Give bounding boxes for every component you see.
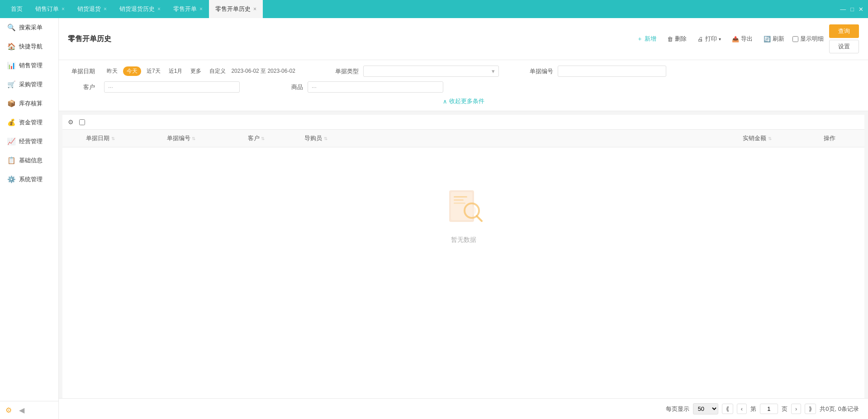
tab-retail-open-history-close[interactable]: ×	[253, 6, 256, 12]
sidebar-item-basic-info-label: 基础信息	[19, 156, 43, 165]
goods-select[interactable]: ···	[308, 81, 443, 93]
inventory-icon: 📦	[7, 99, 15, 108]
tab-retail-open-history-label: 零售开单历史	[215, 5, 251, 13]
page-number-input[interactable]	[760, 404, 778, 414]
shortcut-custom[interactable]: 自定义	[207, 66, 228, 76]
th-action: 操作	[818, 130, 864, 147]
add-button[interactable]: ＋ 新增	[634, 33, 659, 45]
filter-row-1: 单据日期 昨天 今天 近7天 近1月 更多 自定义 2023-06-02 至 2…	[68, 66, 859, 77]
last-page-button[interactable]: ⟫	[805, 404, 816, 414]
sales-icon: 📊	[7, 61, 15, 70]
display-toggle-checkbox[interactable]	[792, 36, 798, 42]
purchase-icon: 🛒	[7, 80, 15, 89]
per-page-select[interactable]: 50 10 20 100	[693, 403, 718, 414]
svg-rect-2	[454, 196, 467, 198]
window-controls: — □ ✕	[840, 6, 863, 13]
search-icon: 🔍	[7, 24, 15, 32]
export-label: 导出	[741, 35, 753, 43]
th-salesperson-sort: ⇅	[324, 136, 327, 141]
tab-retail-open-close[interactable]: ×	[199, 6, 203, 12]
sidebar-item-operations[interactable]: 📈 经营管理	[0, 132, 58, 151]
export-button[interactable]: 📤 导出	[729, 33, 755, 45]
next-page-button[interactable]: ›	[791, 404, 801, 414]
tab-sales-return-close[interactable]: ×	[104, 6, 107, 12]
sidebar-item-inventory[interactable]: 📦 库存核算	[0, 94, 58, 113]
collapse-sidebar-icon[interactable]: ◀	[19, 406, 24, 414]
th-date[interactable]: 单据日期 ⇅	[81, 130, 161, 147]
select-all-checkbox[interactable]	[79, 119, 85, 125]
tab-sales-return-history[interactable]: 销货退货历史 ×	[113, 0, 167, 18]
bill-type-dropdown-icon: ▾	[492, 68, 495, 75]
sidebar-item-basic-info[interactable]: 📋 基础信息	[0, 151, 58, 170]
tab-retail-open-history[interactable]: 零售开单历史 ×	[209, 0, 263, 18]
th-number-sort: ⇅	[192, 136, 195, 141]
print-dropdown-icon: ▾	[719, 37, 721, 42]
shortcut-yesterday[interactable]: 昨天	[104, 66, 120, 76]
query-button[interactable]: 查询	[829, 24, 859, 38]
customer-select[interactable]: ···	[104, 81, 240, 93]
th-amount-sort: ⇅	[768, 136, 772, 141]
sidebar-item-quick-nav[interactable]: 🏠 快捷导航	[0, 37, 58, 56]
pagination: 每页显示 50 10 20 100 ⟪ ‹ 第 页 › ⟫ 共0页, 0条记录	[59, 398, 868, 419]
table-settings-icon[interactable]: ⚙	[68, 118, 74, 126]
th-customer[interactable]: 客户 ⇅	[242, 130, 299, 147]
add-label: 新增	[645, 35, 656, 43]
sidebar-item-operations-label: 经营管理	[19, 137, 43, 146]
nav-tabs: 首页 销售订单 × 销货退货 × 销货退货历史 × 零售开单 × 零售开单历史 …	[5, 0, 840, 18]
empty-state: 暂无数据	[62, 147, 864, 280]
shortcut-more[interactable]: 更多	[188, 66, 204, 76]
tab-sales-return-history-close[interactable]: ×	[157, 6, 161, 12]
sidebar-item-sales-label: 销售管理	[19, 61, 43, 70]
shortcut-today[interactable]: 今天	[123, 66, 141, 76]
display-toggle-label: 显示明细	[800, 35, 824, 43]
filter-area: 单据日期 昨天 今天 近7天 近1月 更多 自定义 2023-06-02 至 2…	[59, 60, 868, 111]
refresh-button[interactable]: 🔄 刷新	[761, 33, 787, 45]
content-area: 零售开单历史 ＋ 新增 🗑 删除 🖨 打印 ▾ 📤 导出	[59, 18, 868, 419]
sidebar-item-inventory-label: 库存核算	[19, 99, 43, 108]
goods-filter-label: 商品	[276, 83, 303, 91]
page-title: 零售开单历史	[68, 34, 111, 44]
sidebar: 🔍 搜索采单 🏠 快捷导航 📊 销售管理 🛒 采购管理 📦 库存核算 💰 资金管…	[0, 18, 59, 419]
th-amount[interactable]: 实销金额 ⇅	[737, 130, 818, 147]
first-page-button[interactable]: ⟪	[722, 404, 733, 414]
tab-sales-return-history-label: 销货退货历史	[119, 5, 155, 13]
sidebar-item-purchase[interactable]: 🛒 采购管理	[0, 75, 58, 94]
sidebar-item-sales[interactable]: 📊 销售管理	[0, 56, 58, 75]
sidebar-item-system[interactable]: ⚙️ 系统管理	[0, 170, 58, 189]
setting-button[interactable]: 设置	[829, 40, 859, 53]
th-customer-sort: ⇅	[261, 136, 265, 141]
collapse-filter-btn[interactable]: ∧ 收起更多条件	[68, 97, 859, 105]
tab-home-label: 首页	[11, 5, 23, 13]
maximize-button[interactable]: □	[850, 6, 854, 13]
basic-info-icon: 📋	[7, 156, 15, 165]
collapse-label: 收起更多条件	[449, 97, 484, 105]
print-button[interactable]: 🖨 打印 ▾	[695, 33, 724, 45]
settings-bottom-icon[interactable]: ⚙	[5, 406, 12, 414]
th-number[interactable]: 单据编号 ⇅	[161, 130, 242, 147]
shortcut-1month[interactable]: 近1月	[166, 66, 185, 76]
sidebar-item-search[interactable]: 🔍 搜索采单	[0, 18, 58, 37]
tab-sales-order-close[interactable]: ×	[62, 6, 65, 12]
page-suffix: 页	[782, 405, 787, 413]
delete-button[interactable]: 🗑 删除	[664, 33, 689, 45]
bill-type-select[interactable]: ▾	[363, 66, 499, 77]
empty-text: 暂无数据	[451, 236, 476, 244]
shortcut-7days[interactable]: 近7天	[144, 66, 163, 76]
tab-sales-order[interactable]: 销售订单 ×	[29, 0, 71, 18]
sidebar-item-finance-label: 资金管理	[19, 118, 43, 127]
tab-home[interactable]: 首页	[5, 0, 29, 18]
add-icon: ＋	[637, 35, 643, 43]
th-salesperson[interactable]: 导购员 ⇅	[299, 130, 368, 147]
th-checkbox	[62, 130, 81, 147]
prev-page-button[interactable]: ‹	[737, 404, 747, 414]
close-button[interactable]: ✕	[859, 6, 863, 13]
display-toggle[interactable]: 显示明细	[792, 35, 824, 43]
minimize-button[interactable]: —	[840, 6, 846, 13]
th-empty	[368, 130, 737, 147]
bill-number-input[interactable]	[558, 66, 666, 77]
tab-sales-return[interactable]: 销货退货 ×	[71, 0, 113, 18]
sidebar-item-finance[interactable]: 💰 资金管理	[0, 113, 58, 132]
customer-placeholder: ···	[108, 84, 113, 90]
tab-retail-open[interactable]: 零售开单 ×	[167, 0, 209, 18]
empty-svg	[441, 184, 486, 229]
